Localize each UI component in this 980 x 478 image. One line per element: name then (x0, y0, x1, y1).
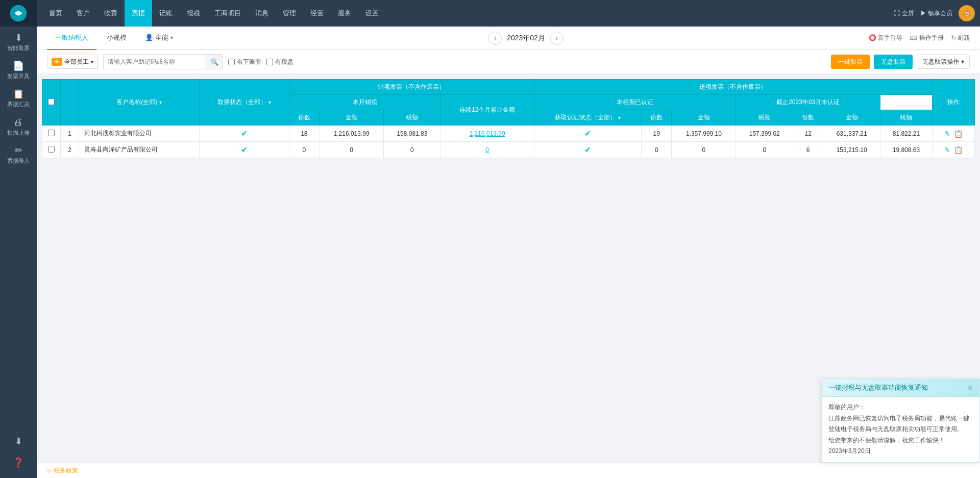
invoice-open-icon: 📄 (11, 60, 26, 72)
row-actions: ✎ 📋 (932, 125, 974, 142)
manual-link[interactable]: 📖 操作手册 (910, 34, 943, 42)
download-icon: ⬇ (11, 435, 26, 447)
row-qty: 18 (289, 125, 319, 142)
row-amount: 0 (320, 142, 384, 158)
sidebar-item-label: 智能取票 (7, 45, 30, 52)
next-period-button[interactable]: › (550, 32, 564, 45)
row-qty2: 0 (642, 142, 672, 158)
row-qty3: 12 (793, 125, 823, 142)
user-avatar[interactable]: 🐵 (959, 5, 975, 21)
one-click-fetch-button[interactable]: 一键取票 (831, 55, 870, 69)
nav-bookkeeping[interactable]: 记账 (152, 0, 180, 27)
app-logo (0, 0, 37, 27)
row-recog-status: ✔ (534, 125, 641, 142)
nav-home[interactable]: 首页 (42, 0, 69, 27)
nav-billing[interactable]: 收费 (97, 0, 125, 27)
guide-link[interactable]: ⭕ 新手引导 (869, 34, 902, 42)
tab-all[interactable]: 👤 全能 ▾ (137, 27, 181, 50)
th-num (61, 80, 79, 125)
nav-management[interactable]: 管理 (276, 0, 303, 27)
row-fetch-status: ✔ (200, 125, 289, 142)
th-qty: 份数 (289, 110, 319, 125)
search-input[interactable] (104, 55, 206, 69)
nav-message[interactable]: 消息 (248, 0, 276, 27)
th-qty2: 份数 (642, 110, 672, 125)
row-num: 2 (61, 142, 79, 158)
sidebar-bottom: ⬇ ❓ (0, 430, 37, 478)
row-tax: 0 (384, 142, 441, 158)
th-tax2: 税额 (736, 110, 793, 125)
notification-close-button[interactable]: ✕ (967, 384, 973, 392)
select-all-checkbox[interactable] (48, 98, 55, 105)
table-row: 1 河北柯搜栎实业有限公司 ✔ 18 1,216,013.99 158,081.… (42, 125, 975, 142)
th-operations: 操作 (932, 80, 974, 125)
nav-tax[interactable]: 报税 (180, 0, 207, 27)
checkbox-my-accounts[interactable]: 名下账套 (228, 58, 261, 66)
sidebar-item-data-entry[interactable]: ✏ 票据录入 (0, 139, 37, 167)
tab-small[interactable]: 小规模 (99, 27, 135, 50)
row-checkbox[interactable] (42, 125, 61, 142)
th-monthly: 本月销项 (289, 95, 440, 110)
tab-general[interactable]: 一般纳税人 (47, 27, 96, 50)
refresh-link[interactable]: ↻ 刷新 (951, 34, 970, 42)
notification-body: 尊敬的用户：江苏政务网已恢复访问电子税务局功能，易代账一键登陆电子税务局与无盘取… (822, 397, 979, 462)
nav-invoice[interactable]: 票据 (125, 0, 152, 27)
sidebar-item-invoice-summary[interactable]: 📋 票据汇总 (0, 83, 37, 111)
chevron-down-icon: ▾ (91, 59, 93, 65)
search-button[interactable]: 🔍 (206, 55, 223, 69)
sidebar-item-smart-fetch[interactable]: ⬇ 智能取票 (0, 27, 37, 55)
edit-button[interactable]: ✎ (944, 146, 950, 154)
row-tax2: 157,399.62 (736, 125, 793, 142)
nav-settings[interactable]: 设置 (358, 0, 386, 27)
invoice-summary-icon: 📋 (11, 88, 26, 100)
no-disk-ops-button[interactable]: 无盘取票操作 ▾ (917, 55, 970, 69)
help-icon: ❓ (11, 457, 26, 469)
has-disk-checkbox[interactable] (266, 59, 273, 65)
search-wrap: 🔍 (103, 54, 223, 69)
tab-row: 一般纳税人 小规模 👤 全能 ▾ ‹ 2023年02月 › ⭕ 新手引导 📖 操… (37, 27, 980, 50)
fullscreen-btn[interactable]: ⛶ 全屏 (894, 9, 914, 18)
row-tax3: 19,808.63 (880, 142, 932, 158)
employee-tag: 全 (52, 58, 62, 66)
sidebar-item-download[interactable]: ⬇ (0, 430, 37, 451)
th-fetch-status: 取票状态（全部） ▾ (200, 80, 289, 125)
row-checkbox[interactable] (42, 142, 61, 158)
sidebar-item-help[interactable]: ❓ (0, 451, 37, 473)
nav-operation[interactable]: 经营 (303, 0, 331, 27)
tax-policy-link[interactable]: 税务政策 (47, 466, 78, 475)
tab-all-label: 全能 (155, 33, 168, 42)
th-recog-status: 获取认证状态（全部） ▾ (534, 110, 641, 125)
nav-service[interactable]: 服务 (331, 0, 358, 27)
my-accounts-checkbox[interactable] (228, 59, 235, 65)
table-row: 2 灵寿县尚泽矿产品有限公司 ✔ 0 0 0 0 ✔ 0 0 0 6 153,2… (42, 142, 975, 158)
employee-select[interactable]: 全 全部员工 ▾ (47, 55, 98, 69)
sidebar-item-label: 发票开具 (7, 73, 30, 80)
detail-button[interactable]: 📋 (954, 130, 963, 138)
row-qty2: 19 (642, 125, 672, 142)
top-nav-right: ⛶ 全屏 ▶ 畅享会员 🐵 (894, 5, 975, 21)
dropdown-arrow-icon: ▾ (961, 58, 964, 65)
detail-button[interactable]: 📋 (954, 146, 963, 154)
sidebar-item-invoice-open[interactable]: 📄 发票开具 (0, 55, 37, 83)
nav-customer[interactable]: 客户 (69, 0, 97, 27)
edit-button[interactable]: ✎ (944, 130, 950, 138)
row-tax3: 81,822.21 (880, 125, 932, 142)
period-label: 2023年02月 (507, 34, 545, 43)
th-sales-group: 销项发票（不含作废票） (289, 80, 534, 95)
row-amount2: 0 (672, 142, 736, 158)
th-checkbox (42, 80, 61, 125)
no-disk-fetch-button[interactable]: 无盘取票 (874, 55, 913, 69)
sort-icon: ▾ (268, 99, 271, 105)
vip-btn[interactable]: ▶ 畅享会员 (920, 9, 952, 18)
nav-business[interactable]: 工商项目 (207, 0, 248, 27)
sort-icon: ▾ (159, 99, 162, 105)
prev-period-button[interactable]: ‹ (488, 32, 502, 45)
row-customer: 灵寿县尚泽矿产品有限公司 (79, 142, 200, 158)
sidebar-item-label: 票据录入 (7, 158, 30, 164)
row-amount3: 153,215.10 (823, 142, 880, 158)
sidebar-item-scan-upload[interactable]: 🖨 扫描上传 (0, 111, 37, 139)
checkbox-has-disk[interactable]: 有税盘 (266, 58, 293, 66)
sidebar: ⬇ 智能取票 📄 发票开具 📋 票据汇总 🖨 扫描上传 ✏ 票据录入 ⬇ ❓ (0, 0, 37, 478)
notification-content: 尊敬的用户：江苏政务网已恢复访问电子税务局功能，易代账一键登陆电子税务局与无盘取… (828, 402, 973, 457)
row-num: 1 (61, 125, 79, 142)
